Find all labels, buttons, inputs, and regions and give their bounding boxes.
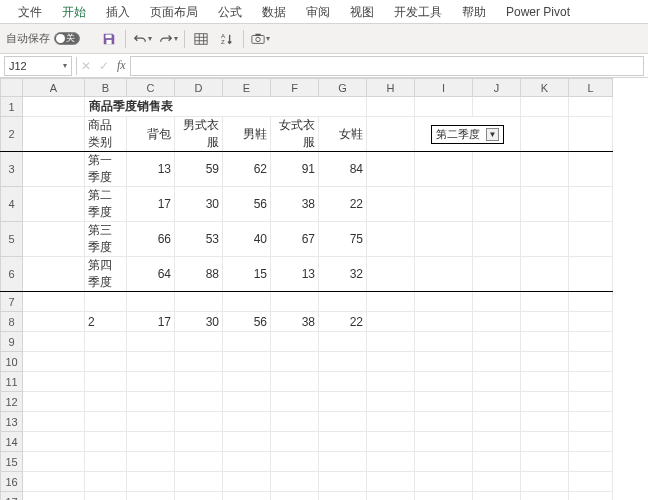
row-header[interactable]: 7 <box>1 292 23 312</box>
cell[interactable] <box>521 352 569 372</box>
col-header[interactable]: K <box>521 79 569 97</box>
cell[interactable]: 2 <box>85 312 127 332</box>
cell[interactable] <box>367 332 415 352</box>
spreadsheet-grid[interactable]: ABCDEFGHIJKL 1商品季度销售表2商品类别背包男式衣服男鞋女式衣服女鞋… <box>0 78 648 500</box>
ribbon-tab-8[interactable]: 开发工具 <box>384 0 452 24</box>
cell[interactable] <box>415 392 473 412</box>
cell[interactable]: 66 <box>127 222 175 257</box>
cell[interactable] <box>473 292 521 312</box>
cell[interactable] <box>473 312 521 332</box>
undo-icon[interactable]: ▾ <box>132 29 152 49</box>
cell[interactable] <box>569 117 613 152</box>
cell[interactable] <box>415 452 473 472</box>
ribbon-tab-5[interactable]: 数据 <box>252 0 296 24</box>
cell[interactable] <box>367 452 415 472</box>
cell[interactable] <box>319 432 367 452</box>
cell[interactable] <box>223 432 271 452</box>
cell[interactable] <box>23 472 85 492</box>
cell[interactable] <box>23 292 85 312</box>
cell[interactable] <box>223 472 271 492</box>
cell[interactable] <box>473 412 521 432</box>
row-header[interactable]: 1 <box>1 97 23 117</box>
cell[interactable] <box>415 352 473 372</box>
cell[interactable] <box>175 492 223 501</box>
cell[interactable] <box>127 492 175 501</box>
cell[interactable] <box>85 432 127 452</box>
cell[interactable] <box>473 452 521 472</box>
cell[interactable] <box>521 432 569 452</box>
select-all-corner[interactable] <box>1 79 23 97</box>
cell[interactable] <box>473 187 521 222</box>
sort-icon[interactable]: AZ <box>217 29 237 49</box>
cell[interactable]: 22 <box>319 187 367 222</box>
cell[interactable] <box>127 372 175 392</box>
cell[interactable] <box>85 292 127 312</box>
cell[interactable] <box>521 117 569 152</box>
cell[interactable] <box>271 392 319 412</box>
cell[interactable] <box>175 432 223 452</box>
cell[interactable] <box>23 117 85 152</box>
cell[interactable] <box>85 472 127 492</box>
table-header[interactable]: 商品类别 <box>85 117 127 152</box>
cell[interactable] <box>127 292 175 312</box>
cell[interactable] <box>175 352 223 372</box>
table-title[interactable]: 商品季度销售表 <box>85 97 367 117</box>
cell[interactable] <box>271 292 319 312</box>
col-header[interactable]: C <box>127 79 175 97</box>
cell[interactable] <box>367 432 415 452</box>
cell[interactable] <box>569 222 613 257</box>
cell[interactable] <box>473 332 521 352</box>
cell[interactable] <box>569 152 613 187</box>
ribbon-tab-10[interactable]: Power Pivot <box>496 0 580 24</box>
camera-icon[interactable]: ▾ <box>250 29 270 49</box>
cell[interactable] <box>521 292 569 312</box>
cell[interactable] <box>569 392 613 412</box>
formula-input[interactable] <box>130 56 644 76</box>
cell[interactable]: 53 <box>175 222 223 257</box>
cell[interactable] <box>271 412 319 432</box>
cell[interactable]: 13 <box>127 152 175 187</box>
ribbon-tab-0[interactable]: 文件 <box>8 0 52 24</box>
cell[interactable]: 67 <box>271 222 319 257</box>
cell[interactable] <box>223 412 271 432</box>
cell[interactable] <box>415 292 473 312</box>
cell[interactable] <box>569 452 613 472</box>
row-header[interactable]: 16 <box>1 472 23 492</box>
cell[interactable] <box>23 352 85 372</box>
cell[interactable] <box>521 412 569 432</box>
cell[interactable] <box>367 472 415 492</box>
cell[interactable]: 15 <box>223 257 271 292</box>
cell[interactable] <box>367 412 415 432</box>
cell[interactable] <box>367 117 415 152</box>
row-label[interactable]: 第二季度 <box>85 187 127 222</box>
cell[interactable] <box>223 452 271 472</box>
cell[interactable] <box>473 152 521 187</box>
cell[interactable] <box>319 372 367 392</box>
cell[interactable] <box>415 222 473 257</box>
fx-icon[interactable]: fx <box>113 58 130 73</box>
cell[interactable] <box>175 412 223 432</box>
cell[interactable] <box>319 352 367 372</box>
cell[interactable] <box>85 452 127 472</box>
cell[interactable]: 22 <box>319 312 367 332</box>
row-header[interactable]: 8 <box>1 312 23 332</box>
cell[interactable] <box>473 97 521 117</box>
row-header[interactable]: 15 <box>1 452 23 472</box>
cell[interactable] <box>569 312 613 332</box>
cell[interactable] <box>473 392 521 412</box>
cell[interactable] <box>175 472 223 492</box>
cell[interactable]: 30 <box>175 312 223 332</box>
cell[interactable] <box>271 352 319 372</box>
redo-icon[interactable]: ▾ <box>158 29 178 49</box>
cell[interactable] <box>319 412 367 432</box>
cell[interactable] <box>23 332 85 352</box>
col-header[interactable]: I <box>415 79 473 97</box>
col-header[interactable]: L <box>569 79 613 97</box>
cell[interactable] <box>175 452 223 472</box>
cell[interactable] <box>271 472 319 492</box>
cell[interactable] <box>23 432 85 452</box>
table-header[interactable]: 背包 <box>127 117 175 152</box>
cell[interactable] <box>415 187 473 222</box>
row-header[interactable]: 5 <box>1 222 23 257</box>
cell[interactable] <box>521 372 569 392</box>
